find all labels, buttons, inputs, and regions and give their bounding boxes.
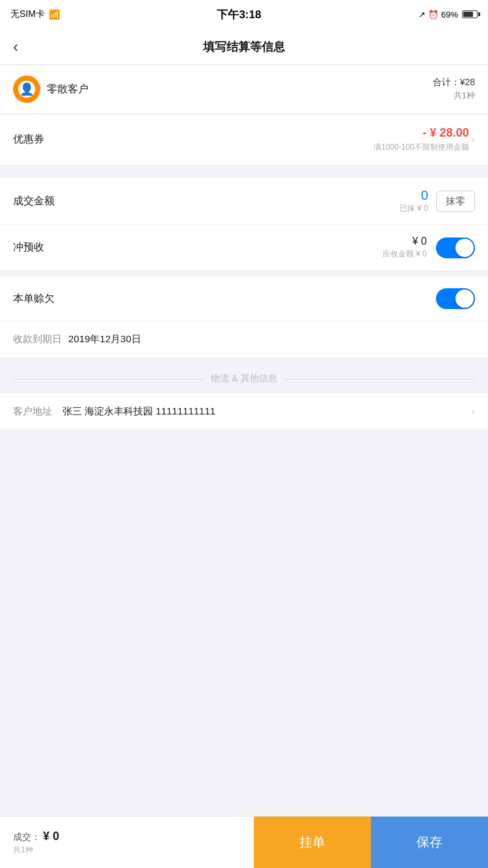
- location-icon: ↗: [418, 10, 426, 20]
- total-label: 合计：¥28: [433, 77, 475, 88]
- wifi-icon: 📶: [49, 9, 60, 20]
- battery-text: 69%: [441, 10, 458, 20]
- customer-section: 👤 零散客户 合计：¥28 共1种 优惠券 - ¥ 28.00 满1000-10…: [0, 65, 488, 165]
- avatar-face: 👤: [20, 82, 34, 96]
- avatar-inner: 👤: [18, 81, 35, 98]
- logistics-label: 物流 & 其他信息: [211, 373, 277, 385]
- back-button[interactable]: ‹: [13, 39, 18, 55]
- debt-section: 本单赊欠 收款到期日 2019年12月30日: [0, 277, 488, 357]
- status-time: 下午3:18: [217, 7, 261, 22]
- battery-icon: [462, 10, 478, 18]
- due-date-label: 收款到期日: [13, 333, 62, 346]
- customer-name: 零散客户: [47, 83, 88, 96]
- status-bar: 无SIM卡 📶 下午3:18 ↗ ⏰ 69%: [0, 0, 488, 29]
- page-title: 填写结算等信息: [203, 39, 285, 55]
- coupon-right-wrapper: - ¥ 28.00 满1000-100不限制使用金额 ›: [373, 126, 475, 153]
- coupon-amount: - ¥ 28.00: [373, 126, 469, 140]
- prereceive-amounts: ¥ 0 应收金额 ¥ 0: [383, 236, 427, 260]
- transaction-row: 成交金额 0 已抹 ¥ 0 抹零: [0, 178, 488, 225]
- save-button-label: 保存: [416, 834, 442, 851]
- bottom-count: 共1种: [13, 845, 241, 856]
- empty-area: [0, 436, 488, 566]
- customer-left: 👤 零散客户: [13, 75, 88, 103]
- bottom-summary: 成交： ¥ 0 共1种: [0, 830, 254, 856]
- status-right: ↗ ⏰ 69%: [418, 10, 478, 20]
- transaction-section: 成交金额 0 已抹 ¥ 0 抹零 冲预收 ¥ 0 应收金额 ¥ 0: [0, 178, 488, 270]
- address-chevron-icon: ›: [472, 406, 475, 418]
- debt-toggle[interactable]: [436, 288, 475, 309]
- prereceive-toggle[interactable]: [436, 237, 475, 258]
- transaction-right-col: 0 已抹 ¥ 0: [400, 188, 428, 214]
- section-divider-1: [0, 171, 488, 178]
- deal-label: 成交：: [13, 832, 40, 842]
- prereceive-label: 冲预收: [13, 241, 44, 254]
- logistics-divider: 物流 & 其他信息: [0, 364, 488, 394]
- transaction-label: 成交金额: [13, 195, 55, 208]
- debt-row: 本单赊欠: [0, 277, 488, 321]
- bottom-deal: 成交： ¥ 0: [13, 830, 241, 843]
- transaction-sub: 已抹 ¥ 0: [400, 203, 428, 214]
- debt-label: 本单赊欠: [13, 292, 55, 306]
- transaction-right: 0 已抹 ¥ 0 抹零: [400, 188, 475, 214]
- toggle-knob: [455, 239, 474, 257]
- prereceive-right: ¥ 0 应收金额 ¥ 0: [383, 236, 475, 260]
- status-left: 无SIM卡 📶: [10, 8, 60, 20]
- content: 👤 零散客户 合计：¥28 共1种 优惠券 - ¥ 28.00 满1000-10…: [0, 65, 488, 631]
- alarm-icon: ⏰: [428, 10, 439, 20]
- deal-amount: ¥ 0: [43, 830, 59, 843]
- hold-button[interactable]: 挂单: [254, 817, 371, 869]
- due-date-value: 2019年12月30日: [68, 333, 141, 346]
- coupon-desc: 满1000-100不限制使用金额: [373, 142, 469, 153]
- save-button[interactable]: 保存: [371, 817, 488, 869]
- customer-avatar: 👤: [13, 75, 40, 103]
- transaction-value: 0: [400, 188, 428, 203]
- hold-button-label: 挂单: [299, 834, 325, 851]
- address-label: 客户地址: [13, 405, 52, 418]
- coupon-label: 优惠券: [13, 133, 44, 146]
- coupon-row[interactable]: 优惠券 - ¥ 28.00 满1000-100不限制使用金额 ›: [0, 114, 488, 165]
- section-divider-2: [0, 270, 488, 277]
- due-date-row: 收款到期日 2019年12月30日: [0, 321, 488, 357]
- logistics-text: 物流 & 其他信息: [13, 373, 475, 385]
- debt-toggle-knob: [455, 290, 474, 308]
- customer-row: 👤 零散客户 合计：¥28 共1种: [0, 65, 488, 114]
- customer-right: 合计：¥28 共1种: [433, 77, 475, 102]
- prereceive-row: 冲预收 ¥ 0 应收金额 ¥ 0: [0, 225, 488, 270]
- address-section: 客户地址 张三 海淀永丰科技园 11111111111 ›: [0, 394, 488, 429]
- total-count: 共1种: [433, 90, 475, 102]
- coupon-right: - ¥ 28.00 满1000-100不限制使用金额: [373, 126, 469, 153]
- signal-text: 无SIM卡: [10, 8, 45, 20]
- address-row[interactable]: 客户地址 张三 海淀永丰科技园 11111111111 ›: [0, 394, 488, 429]
- nav-bar: ‹ 填写结算等信息: [0, 29, 488, 65]
- chevron-right-icon: ›: [472, 134, 475, 146]
- prereceive-main: ¥ 0: [383, 236, 427, 247]
- round-button[interactable]: 抹零: [436, 191, 475, 212]
- prereceive-sub: 应收金额 ¥ 0: [383, 249, 427, 260]
- address-value: 张三 海淀永丰科技园 11111111111: [62, 405, 469, 418]
- bottom-bar: 成交： ¥ 0 共1种 挂单 保存: [0, 816, 488, 868]
